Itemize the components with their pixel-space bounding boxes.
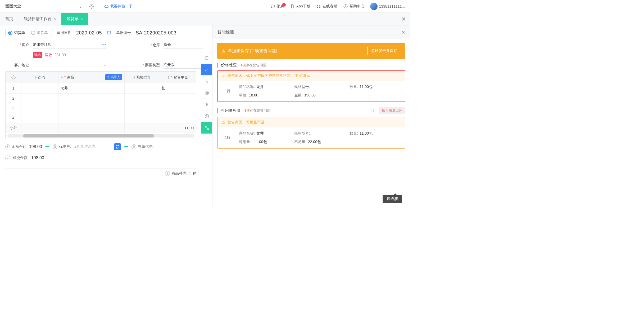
price-check-title: 价格检查 [1项存在警告问题] xyxy=(217,63,267,68)
svg-point-4 xyxy=(13,77,14,78)
dash-icon xyxy=(124,146,128,147)
svg-point-6 xyxy=(205,91,209,95)
svg-rect-5 xyxy=(206,56,208,60)
coupon-input[interactable]: 无匹配优惠券 xyxy=(73,143,112,150)
address-input[interactable]: ⌄ xyxy=(33,62,107,68)
discount-icon: 惠 xyxy=(131,144,136,149)
company-selector[interactable]: 图图大业 ⌄ xyxy=(5,4,85,9)
cell-product[interactable]: 龙井 xyxy=(58,83,125,93)
online-service-button[interactable]: 在线客服 xyxy=(316,4,337,9)
help-icon[interactable]: ? xyxy=(371,108,376,113)
app-download-button[interactable]: App下载 xyxy=(290,4,310,9)
calendar-icon[interactable] xyxy=(107,30,111,36)
invoice-type-label: *票据类型 xyxy=(136,63,160,68)
stock-warning-card: ⚠ 警告原因：可用量不足 1行 商品名称:龙井 规格型号: 数量:11.00包 … xyxy=(217,117,405,149)
customer-input[interactable]: 老张茶叶店 ••• xyxy=(33,41,107,48)
table-row[interactable]: 1 龙井 包 xyxy=(6,83,196,94)
subtotal-value: 11.00 xyxy=(159,123,196,133)
svg-rect-0 xyxy=(291,5,293,8)
settings-button[interactable] xyxy=(87,2,96,11)
rail-user-button[interactable] xyxy=(201,99,212,110)
warehouse-label: *仓库 xyxy=(136,43,160,47)
radio-return[interactable]: 退货单 xyxy=(31,30,48,35)
yen-icon: ¥ xyxy=(205,114,209,119)
tab-home[interactable]: 首页 xyxy=(0,13,19,25)
rail-exchange-button[interactable] xyxy=(201,87,212,99)
divider xyxy=(101,3,101,10)
expand-icon xyxy=(205,126,209,130)
document-icon xyxy=(205,56,209,60)
th-unit[interactable]: ▲▼*销售单位 xyxy=(159,72,196,83)
settle-tag: 现结 xyxy=(33,52,42,58)
rail-link-button[interactable] xyxy=(201,76,212,87)
headset-icon xyxy=(316,4,321,9)
side-rail: ¥ xyxy=(201,52,212,134)
stock-check-title: 可用量检查 [1项存在警告问题] xyxy=(217,108,271,113)
chevron-down-icon: ⌄ xyxy=(79,4,82,8)
experience-link[interactable]: 我要体验一下 xyxy=(104,4,133,9)
order-discount: 惠 整单优惠: xyxy=(131,144,154,149)
close-icon[interactable]: ✕ xyxy=(401,29,405,35)
docno-value: SA-20200205-003 xyxy=(136,30,176,36)
tab-workbench[interactable]: 钱货日清工作台✕ xyxy=(19,13,61,25)
gear-icon xyxy=(11,75,16,80)
chevron-down-icon: ⌄ xyxy=(104,63,107,67)
ignore-save-button[interactable]: 忽略警告并保存 xyxy=(367,47,401,55)
rail-yen-button[interactable]: ¥ xyxy=(201,110,212,122)
address-label: 客户地址 xyxy=(5,63,29,68)
table-settings-button[interactable] xyxy=(6,72,21,83)
rail-doc-button[interactable] xyxy=(201,52,212,64)
radio-icon xyxy=(8,31,12,35)
warehouse-input[interactable]: 总仓 xyxy=(164,41,203,48)
refresh-button[interactable] xyxy=(114,143,121,150)
svg-text:¥: ¥ xyxy=(206,115,207,118)
order-type-radio-group: 销货单 退货单 xyxy=(5,29,52,37)
tabs-bar: 首页 钱货日清工作台✕ 销货单✕ ✕ xyxy=(0,13,410,25)
avatar xyxy=(370,3,378,10)
cell-unit[interactable]: 包 xyxy=(159,83,196,93)
table-row[interactable]: 2 xyxy=(6,94,196,103)
receivable-text: 应收: 231.00 xyxy=(45,53,66,57)
invoice-type-input[interactable]: 不开票 xyxy=(164,61,203,69)
tab-sales-order[interactable]: 销货单✕ xyxy=(61,13,88,25)
table-row[interactable]: 4 xyxy=(6,113,196,123)
warning-icon: ⚠ xyxy=(222,120,225,125)
panel-title: 智能检测 xyxy=(217,29,234,35)
close-icon[interactable]: ✕ xyxy=(53,17,56,21)
company-name: 图图大业 xyxy=(5,4,21,9)
svg-text:?: ? xyxy=(345,5,346,8)
user-icon xyxy=(205,102,209,107)
th-barcode[interactable]: ▲▼条码 xyxy=(21,72,58,83)
help-center-button[interactable]: ? 帮助中心 xyxy=(343,4,364,9)
top-bar: 图图大业 ⌄ 我要体验一下 消息 App下载 在线客服 xyxy=(0,0,410,13)
warning-banner: ⚠ 单据未保存 [2 项警告问题] 忽略警告并保存 xyxy=(217,43,405,59)
rail-chart-button[interactable] xyxy=(201,64,212,76)
th-spec[interactable]: ▲▼规格型号 xyxy=(125,72,159,83)
link-icon xyxy=(205,79,209,84)
subtotal-row: 小计 11.00 xyxy=(6,123,196,133)
th-product[interactable]: ▲▼*商品扫码录入 xyxy=(58,72,125,83)
scan-button[interactable]: 扫码录入 xyxy=(105,74,122,80)
customer-label: *客户 xyxy=(5,43,29,47)
messages-button[interactable]: 消息 xyxy=(270,4,284,9)
date-value[interactable]: 2020-02-05 xyxy=(76,30,102,36)
rail-expand-button[interactable] xyxy=(201,122,212,134)
message-icon xyxy=(270,4,275,9)
radio-sales[interactable]: 销货单 xyxy=(8,30,25,35)
coupon-icon: 券 xyxy=(53,144,57,149)
close-icon[interactable]: ✕ xyxy=(80,17,83,21)
dash-icon xyxy=(45,146,49,147)
exchange-icon xyxy=(205,91,209,95)
table-row[interactable]: 3 xyxy=(6,103,196,113)
horizontal-scrollbar[interactable] xyxy=(7,134,194,138)
customer-tags: 现结 应收: 231.00 xyxy=(33,52,212,58)
price-warning-card: ⚠ 警告原因：你上次与该客户交易价格21，本次18元 1行 商品名称:龙井 规格… xyxy=(217,70,405,102)
use-available-button[interactable]: 按可用量出库 xyxy=(379,107,405,114)
ellipsis-icon[interactable]: ••• xyxy=(101,43,107,47)
chart-icon xyxy=(205,67,209,72)
notification-badge xyxy=(282,3,286,7)
user-menu[interactable]: 13381111111... xyxy=(370,3,405,10)
wastebasket-tooltip[interactable]: 废纸篓 xyxy=(383,195,402,203)
close-all-icon[interactable]: ✕ xyxy=(401,16,406,22)
phone-icon xyxy=(290,4,295,9)
